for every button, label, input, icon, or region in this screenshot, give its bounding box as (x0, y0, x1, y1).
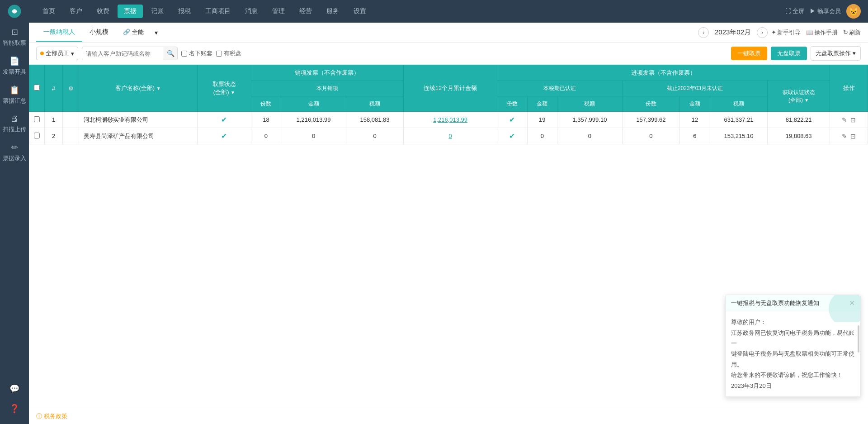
row-puncert-tax: 19,808.63 (768, 128, 830, 144)
th-not-certified: 截止2023年03月未认证 (622, 81, 768, 96)
sidebar-item-label: 票据汇总 (3, 97, 26, 105)
th-num: # (45, 65, 63, 112)
one-click-retrieve-btn[interactable]: 一键取票 (731, 47, 767, 60)
check-my-accounts-input[interactable] (181, 51, 187, 57)
row-checkbox[interactable] (29, 112, 45, 128)
sidebar-item-label: 扫描上传 (3, 125, 26, 133)
edit-icon[interactable]: ✎ (842, 133, 847, 140)
th-pcert-amount: 金额 (527, 96, 557, 112)
toolbar-right: 一键取票 无盘取票 无盘取票操作 ▾ (731, 46, 861, 61)
notification-close-btn[interactable]: ✕ (849, 299, 855, 307)
nav-business[interactable]: 工商项目 (199, 5, 237, 18)
th-puncert-amount: 金额 (680, 96, 710, 112)
sidebar-help-icon[interactable]: ❓ (0, 400, 29, 417)
nav-bookkeeping[interactable]: 记账 (145, 5, 170, 18)
row-pcert-tax: 0 (622, 128, 679, 144)
nav-tax[interactable]: 报税 (172, 5, 197, 18)
subtab-small[interactable]: 小规模 (82, 24, 116, 42)
row-sales-amount: 0 (281, 128, 346, 144)
row-puncert-amount: 631,337.21 (710, 112, 767, 128)
edit-icon[interactable]: ✎ (842, 116, 847, 124)
nav-service[interactable]: 服务 (320, 5, 345, 18)
th-month-sales: 本月销项 (251, 81, 404, 96)
row-checkbox[interactable] (29, 128, 45, 144)
month-navigation: ‹ 2023年02月 › (698, 27, 768, 38)
nav-manage[interactable]: 管理 (266, 5, 291, 18)
nav-billing[interactable]: 收费 (90, 5, 116, 18)
row-ops-icon (63, 128, 79, 144)
subtab-more[interactable]: ▾ (151, 24, 161, 41)
nav-customer[interactable]: 客户 (63, 5, 89, 18)
row-ops-icon (63, 112, 79, 128)
smart-retrieve-icon: ⊡ (11, 27, 18, 37)
copy-icon[interactable]: ⊡ (850, 133, 856, 140)
row-cumulative[interactable]: 0 (404, 128, 497, 144)
search-button[interactable]: 🔍 (164, 47, 177, 60)
employee-filter[interactable]: 全部员工 ▾ (36, 47, 78, 60)
th-retrieve-status[interactable]: 取票状态(全部) ▼ (198, 65, 251, 112)
nav-operation[interactable]: 经营 (293, 5, 318, 18)
nav-home[interactable]: 首页 (36, 5, 61, 18)
copy-icon[interactable]: ⊡ (850, 116, 856, 124)
check-has-disk[interactable]: 有税盘 (216, 49, 241, 57)
row-pcert-count: 19 (527, 112, 557, 128)
sidebar-item-label: 发票开具 (3, 68, 26, 76)
row-num: 2 (45, 128, 63, 144)
nav-settings[interactable]: 设置 (347, 5, 373, 18)
row-cumulative[interactable]: 1,216,013.99 (404, 112, 497, 128)
th-select-all[interactable] (29, 65, 45, 112)
search-input[interactable] (82, 50, 164, 57)
chevron-down-icon: ▾ (71, 50, 74, 57)
manual-btn[interactable]: 📖 操作手册 (806, 29, 838, 37)
th-gear[interactable]: ⚙ (63, 65, 79, 112)
sidebar-item-data-entry[interactable]: ✏ 票据录入 (0, 138, 29, 167)
row-num: 1 (45, 112, 63, 128)
th-customer: 客户名称(全部) ▼ (79, 65, 198, 112)
no-disk-ops-btn[interactable]: 无盘取票操作 ▾ (811, 46, 861, 61)
th-sales-tax: 税额 (346, 96, 403, 112)
check-my-accounts[interactable]: 名下账套 (181, 49, 212, 57)
fullscreen-btn[interactable]: ⛶ 全屏 (785, 7, 805, 15)
notification-line: 尊敬的用户： (731, 317, 855, 327)
th-cert-status[interactable]: 获取认证状态(全部) ▼ (768, 81, 830, 112)
month-nav: ‹ 2023年02月 › (698, 27, 768, 38)
row-puncert-tax: 81,822.21 (768, 112, 830, 128)
member-btn[interactable]: ▶ 畅享会员 (810, 7, 841, 15)
row-action-btns: ✎ ⊡ (830, 128, 868, 144)
nav-invoice[interactable]: 票据 (118, 5, 143, 18)
sidebar-item-label: 票据录入 (3, 154, 26, 162)
subtab-all[interactable]: 🔗 全能 (116, 24, 151, 42)
th-sales-group: 销项发票（不含作废票） (251, 65, 404, 81)
sidebar-item-invoice-summary[interactable]: 📋 票据汇总 (0, 81, 29, 110)
check-has-disk-input[interactable] (216, 51, 222, 57)
no-disk-retrieve-btn[interactable]: 无盘取票 (771, 47, 807, 60)
row-action-btns: ✎ ⊡ (830, 112, 868, 128)
th-puncert-count: 份数 (622, 96, 679, 112)
sidebar-item-scan-upload[interactable]: 🖨 扫描上传 (0, 110, 29, 138)
user-avatar[interactable]: 🐱 (846, 4, 861, 19)
guide-btn[interactable]: ✦ 新手引导 (771, 29, 801, 37)
notification-scrollbar[interactable] (858, 325, 859, 353)
sidebar-item-issue-invoice[interactable]: 📄 发票开具 (0, 52, 29, 81)
sidebar-item-smart-retrieve[interactable]: ⊡ 智能取票 (0, 23, 29, 52)
month-prev-btn[interactable]: ‹ (698, 27, 709, 38)
row-retrieve-status: ✔ (198, 112, 251, 128)
all-tab-icon: 🔗 (123, 29, 130, 35)
month-next-btn[interactable]: › (757, 27, 768, 38)
refresh-btn[interactable]: ↻ 刷新 (843, 29, 861, 37)
th-sales-count: 份数 (251, 96, 281, 112)
sidebar-chat-icon[interactable]: 💬 (0, 381, 29, 397)
th-puncert-tax: 税额 (710, 96, 767, 112)
nav-message[interactable]: 消息 (239, 5, 264, 18)
th-sales-amount: 金额 (281, 96, 346, 112)
tax-policy-link[interactable]: ⓘ 税务政策 (36, 412, 67, 420)
th-purchase-group: 进项发票（不含作废票） (497, 65, 830, 81)
row-retrieve-status: ✔ (198, 128, 251, 144)
toolbar: 全部员工 ▾ 🔍 名下账套 有税盘 一键取票 无盘取票 无盘取票操作 ▾ (29, 43, 868, 65)
sidebar-logo[interactable] (0, 0, 29, 23)
subtab-general[interactable]: 一般纳税人 (36, 24, 82, 42)
select-all-checkbox[interactable] (34, 85, 40, 91)
month-label: 2023年02月 (712, 28, 753, 37)
notification-line: 江苏政务网已恢复访问电子税务局功能，易代账一 (731, 328, 855, 349)
subtabs-right: ✦ 新手引导 📖 操作手册 ↻ 刷新 (771, 29, 861, 37)
